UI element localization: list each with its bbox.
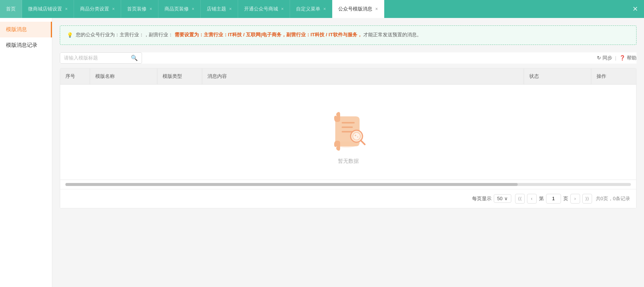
svg-line-6 — [361, 140, 365, 144]
top-nav: 首页 微商城店铺设置 × 商品分类设置 × 首页装修 × 商品页装修 × 店铺主… — [0, 0, 644, 18]
prev-page-button[interactable]: ‹ — [527, 194, 537, 204]
notice-prefix: 您的公众号行业为：主营行业：，副营行业： — [76, 32, 173, 37]
empty-state: 暂无数据 — [60, 85, 636, 180]
sidebar: 模版消息 模版消息记录 — [0, 18, 52, 287]
page-nav: ⟨⟨ ‹ 第 页 › ⟩⟩ — [515, 194, 592, 204]
nav-tab-template-message[interactable]: 公众号模版消息 × — [332, 0, 384, 18]
search-box: 🔍 — [60, 52, 142, 64]
close-product-decor-icon[interactable]: × — [192, 6, 194, 12]
notice-bar: 💡 您的公众号行业为：主营行业：，副营行业： 需要设置为：主营行业：IT科技 /… — [60, 25, 637, 45]
svg-rect-2 — [342, 126, 353, 128]
close-category-icon[interactable]: × — [112, 6, 115, 12]
notice-highlight: 需要设置为：主营行业：IT科技 / 互联网|电子商务，副营行业：IT科技 / I… — [175, 32, 362, 37]
bulb-icon: 💡 — [67, 31, 73, 39]
svg-point-7 — [355, 135, 356, 136]
nav-tab-home-decor[interactable]: 首页装修 × — [121, 0, 158, 18]
search-input[interactable] — [64, 55, 131, 61]
help-circle-icon: ❓ — [619, 55, 625, 61]
total-info: 共0页，0条记录 — [596, 195, 630, 202]
col-header-type: 模版类型 — [157, 68, 202, 84]
page-number-input[interactable] — [546, 194, 561, 204]
last-page-button[interactable]: ⟩⟩ — [582, 194, 592, 204]
sidebar-item-template-message-log[interactable]: 模版消息记录 — [0, 37, 52, 53]
content-area: 💡 您的公众号行业为：主营行业：，副营行业： 需要设置为：主营行业：IT科技 /… — [52, 18, 644, 287]
close-template-message-icon[interactable]: × — [375, 6, 378, 12]
scroll-bar-container — [65, 183, 631, 186]
table-header: 序号 模版名称 模版类型 消息内容 状态 操作 — [60, 68, 636, 85]
page-word: 第 — [539, 195, 544, 202]
close-shop-settings-icon[interactable]: × — [65, 6, 68, 12]
svg-point-8 — [357, 136, 358, 137]
notice-suffix: 才能正常发送预置的消息。 — [363, 32, 422, 37]
nav-tab-home[interactable]: 首页 — [0, 0, 22, 18]
sync-icon: ↻ — [597, 55, 601, 61]
sidebar-item-template-message[interactable]: 模版消息 — [0, 22, 52, 37]
chevron-down-icon: ∨ — [504, 196, 508, 201]
nav-tab-open-wechat-shop-label: 开通公众号商城 — [244, 6, 278, 12]
empty-illustration — [326, 107, 371, 152]
nav-tab-template-message-label: 公众号模版消息 — [338, 6, 372, 12]
close-custom-menu-icon[interactable]: × — [323, 6, 326, 12]
nav-tab-home-label: 首页 — [6, 6, 16, 12]
horizontal-scrollbar[interactable] — [60, 180, 636, 189]
sync-label: 同步 — [603, 55, 612, 61]
nav-tab-category[interactable]: 商品分类设置 × — [74, 0, 121, 18]
col-header-status: 状态 — [524, 68, 591, 84]
empty-text: 暂无数据 — [338, 158, 359, 165]
toolbar: 🔍 ↻ 同步 | ❓ 帮助 — [60, 52, 637, 64]
close-store-theme-icon[interactable]: × — [229, 6, 232, 12]
col-header-content: 消息内容 — [202, 68, 524, 84]
nav-tab-home-decor-label: 首页装修 — [127, 6, 147, 12]
col-header-actions: 操作 — [591, 68, 636, 84]
scroll-bar-thumb[interactable] — [65, 183, 518, 186]
page-size-label: 每页显示 — [472, 195, 492, 202]
svg-rect-1 — [342, 122, 355, 123]
nav-tab-category-label: 商品分类设置 — [80, 6, 109, 12]
close-open-wechat-shop-icon[interactable]: × — [281, 6, 284, 12]
col-header-index: 序号 — [60, 68, 90, 84]
help-button[interactable]: ❓ 帮助 — [619, 55, 637, 61]
help-label: 帮助 — [627, 55, 637, 61]
col-header-name: 模版名称 — [90, 68, 157, 84]
nav-tab-custom-menu-label: 自定义菜单 — [296, 6, 320, 12]
nav-tab-shop-settings-label: 微商城店铺设置 — [28, 6, 62, 12]
page-label: 页 — [563, 195, 568, 202]
next-page-button[interactable]: › — [570, 194, 580, 204]
svg-point-5 — [353, 132, 360, 140]
nav-tab-open-wechat-shop[interactable]: 开通公众号商城 × — [238, 0, 290, 18]
nav-tab-custom-menu[interactable]: 自定义菜单 × — [290, 0, 332, 18]
page-size-dropdown[interactable]: 50 ∨ — [494, 194, 511, 203]
page-size-value: 50 — [497, 196, 502, 201]
sync-button[interactable]: ↻ 同步 — [597, 55, 612, 61]
nav-tab-product-decor[interactable]: 商品页装修 × — [158, 0, 201, 18]
nav-tab-store-theme-label: 店铺主题 — [207, 6, 226, 12]
data-table: 序号 模版名称 模版类型 消息内容 状态 操作 — [60, 68, 637, 208]
search-icon[interactable]: 🔍 — [131, 55, 138, 61]
close-all-button[interactable]: ✕ — [626, 5, 644, 13]
toolbar-right: ↻ 同步 | ❓ 帮助 — [597, 55, 637, 61]
page-size-select: 每页显示 50 ∨ — [472, 194, 511, 203]
nav-tab-store-theme[interactable]: 店铺主题 × — [201, 0, 238, 18]
close-home-decor-icon[interactable]: × — [150, 6, 152, 12]
sidebar-item-template-message-label: 模版消息 — [6, 26, 27, 32]
toolbar-divider: | — [615, 55, 616, 61]
first-page-button[interactable]: ⟨⟨ — [515, 194, 525, 204]
sidebar-item-template-message-log-label: 模版消息记录 — [6, 42, 37, 48]
nav-tab-shop-settings[interactable]: 微商城店铺设置 × — [22, 0, 74, 18]
main-layout: 模版消息 模版消息记录 💡 您的公众号行业为：主营行业：，副营行业： 需要设置为… — [0, 18, 644, 287]
pagination: 每页显示 50 ∨ ⟨⟨ ‹ 第 页 › ⟩⟩ 共0页，0条记录 — [60, 189, 636, 208]
notice-text: 您的公众号行业为：主营行业：，副营行业： 需要设置为：主营行业：IT科技 / 互… — [76, 31, 422, 39]
nav-tab-product-decor-label: 商品页装修 — [164, 6, 189, 12]
